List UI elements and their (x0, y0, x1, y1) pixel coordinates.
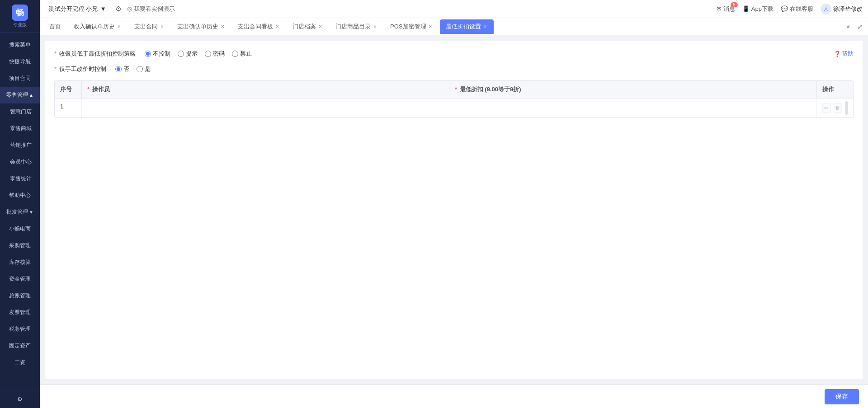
sidebar-item-marketing[interactable]: 营销推广 (0, 137, 40, 154)
table-row: 1 ✏ 🗑 (55, 98, 853, 117)
sidebar: 畅 专业版 搜索菜单 快捷导航 项目合同 零售管理 ▲ 智慧门店 零售商城 营销… (0, 0, 40, 408)
tab-home-label: 首页 (49, 23, 61, 31)
sidebar-item-inventory[interactable]: 库存核算 (0, 254, 40, 271)
close-icon[interactable]: × (117, 23, 122, 30)
scrollbar-indicator (845, 101, 848, 115)
delete-icon: 🗑 (835, 105, 840, 111)
manual-control-label: * 仅手工改价时控制 (54, 65, 106, 73)
user-name: 徐泽华修改 (833, 5, 863, 13)
cell-operator[interactable] (82, 98, 449, 117)
tab-label: 门店档案 (292, 23, 316, 31)
topbar-right: ✉ 消息 8 📱 App下载 💬 在线客服 人 徐泽华修改 (717, 4, 863, 14)
avatar: 人 (821, 4, 831, 14)
help-link[interactable]: ❓ 帮助 (834, 50, 854, 58)
sidebar-item-retail[interactable]: 零售管理 ▲ (0, 87, 40, 103)
project-selector[interactable]: 测试分开完程·小兄 ▼ (45, 3, 110, 15)
tabbar-actions: × ⤢ (844, 22, 864, 31)
manual-control-row: * 仅手工改价时控制 否 是 (54, 65, 854, 73)
discount-table: 序号 * 操作员 * 最低折扣 (9.00等于9折) 操作 1 (54, 80, 854, 118)
cell-min-discount[interactable] (449, 98, 817, 117)
content-card: * 收银员低于最低折扣控制策略 不控制 提示 密码 (45, 41, 863, 379)
download-icon: 📱 (742, 5, 750, 12)
tab-payment-contract-board[interactable]: 支出合同看板 × (232, 19, 286, 34)
close-icon[interactable]: × (483, 23, 488, 30)
message-icon: ✉ (717, 5, 722, 12)
sidebar-item-help[interactable]: 帮助中心 (0, 187, 40, 204)
main-area: 测试分开完程·小兄 ▼ ⚙ ◎ 我要看实例演示 ✉ 消息 8 📱 App下载 💬… (40, 0, 868, 408)
col-seq: 序号 (55, 81, 82, 98)
demo-label: 我要看实例演示 (134, 5, 175, 13)
sidebar-item-salary[interactable]: 工资 (0, 354, 40, 371)
sidebar-item-wholesale[interactable]: 批发管理 ▼ (0, 204, 40, 220)
sidebar-item-online-store[interactable]: 零售商城 (0, 120, 40, 137)
maximize-tab-button[interactable]: ⤢ (855, 22, 864, 31)
message-action[interactable]: ✉ 消息 8 (717, 5, 735, 13)
tab-payment-contract[interactable]: 支出合同 × (128, 19, 170, 34)
tab-home[interactable]: 首页 (43, 19, 67, 34)
edit-icon: ✏ (824, 105, 829, 111)
sidebar-item-member[interactable]: 会员中心 (0, 154, 40, 170)
sidebar-item-finance[interactable]: 资金管理 (0, 271, 40, 287)
question-icon: ❓ (834, 51, 841, 57)
edit-row-button[interactable]: ✏ (822, 103, 831, 113)
tab-label: 支出合同看板 (238, 23, 273, 31)
tab-store-product[interactable]: 门店商品目录 × (330, 19, 383, 34)
tab-income-history[interactable]: 收入确认单历史 × (68, 19, 127, 34)
sidebar-item-project[interactable]: 项目合同 (0, 70, 40, 87)
sidebar-menu: 搜索菜单 快捷导航 项目合同 零售管理 ▲ 智慧门店 零售商城 营销推广 会员中… (0, 33, 40, 390)
sidebar-item-retail-stats[interactable]: 零售统计 (0, 170, 40, 187)
app-download-action[interactable]: 📱 App下载 (742, 5, 774, 13)
tab-label: 门店商品目录 (335, 23, 371, 31)
col-actions: 操作 (817, 81, 853, 98)
chevron-down-icon: ▼ (29, 210, 33, 215)
radio-ban[interactable]: 禁止 (232, 50, 252, 58)
project-name: 测试分开完程·小兄 (49, 5, 98, 13)
sidebar-item-search[interactable]: 搜索菜单 (0, 37, 40, 53)
sidebar-item-ledger[interactable]: 总账管理 (0, 287, 40, 304)
sidebar-item-assets[interactable]: 固定资产 (0, 338, 40, 354)
chevron-up-icon: ▲ (29, 93, 33, 98)
sidebar-item-smart-store[interactable]: 智慧门店 (0, 103, 40, 120)
close-icon[interactable]: × (160, 23, 165, 30)
tab-min-discount[interactable]: 最低折扣设置 × (440, 19, 494, 34)
sidebar-item-ecommerce[interactable]: 小畅电商 (0, 220, 40, 237)
tab-pos-password[interactable]: POS加密管理 × (384, 19, 439, 34)
sidebar-logo: 畅 专业版 (0, 0, 40, 33)
table-body: 1 ✏ 🗑 (55, 98, 853, 117)
demo-link[interactable]: ◎ 我要看实例演示 (127, 5, 175, 13)
manual-control-options: 否 是 (115, 65, 151, 73)
close-icon[interactable]: × (428, 23, 433, 30)
close-icon[interactable]: × (318, 23, 323, 30)
sidebar-item-shortcut[interactable]: 快捷导航 (0, 53, 40, 70)
online-support-action[interactable]: 💬 在线客服 (781, 5, 813, 13)
col-operator: * 操作员 (82, 81, 449, 98)
user-profile[interactable]: 人 徐泽华修改 (821, 4, 863, 14)
message-badge: 8 (731, 2, 738, 7)
tab-payment-confirm-history[interactable]: 支出确认单历史 × (171, 19, 231, 34)
support-icon: 💬 (781, 5, 788, 12)
delete-row-button[interactable]: 🗑 (834, 103, 842, 113)
app-download-label: App下载 (751, 5, 774, 13)
tabbar: 首页 收入确认单历史 × 支出合同 × 支出确认单历史 × 支出合同看板 × 门… (40, 18, 868, 35)
radio-manual-no[interactable]: 否 (115, 65, 129, 73)
sidebar-item-invoice[interactable]: 发票管理 (0, 304, 40, 321)
radio-reminder[interactable]: 提示 (178, 50, 198, 58)
sidebar-item-tax[interactable]: 税务管理 (0, 321, 40, 338)
tab-label: 支出合同 (134, 23, 158, 31)
tab-store-profile[interactable]: 门店档案 × (287, 19, 329, 34)
sidebar-item-purchase[interactable]: 采购管理 (0, 237, 40, 254)
logo-icon: 畅 (12, 5, 28, 21)
radio-manual-yes[interactable]: 是 (137, 65, 151, 73)
discount-policy-label: * 收银员低于最低折扣控制策略 (54, 50, 136, 58)
save-button[interactable]: 保存 (825, 389, 859, 404)
topbar-settings-icon[interactable]: ⚙ (115, 5, 122, 13)
close-tab-button[interactable]: × (844, 22, 852, 31)
close-icon[interactable]: × (275, 23, 280, 30)
sidebar-settings[interactable]: ⚙ (0, 390, 40, 408)
online-support-label: 在线客服 (790, 5, 813, 13)
radio-no-control[interactable]: 不控制 (145, 50, 170, 58)
radio-password[interactable]: 密码 (205, 50, 225, 58)
close-icon[interactable]: × (373, 23, 377, 30)
tab-label: 支出确认单历史 (177, 23, 218, 31)
close-icon[interactable]: × (220, 23, 225, 30)
